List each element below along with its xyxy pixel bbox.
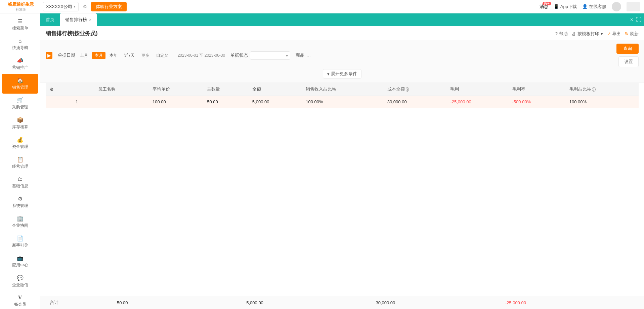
company-selector[interactable]: XXXXXX公司 ▾	[43, 2, 79, 11]
sidebar-item-collab[interactable]: 🏢 企业协同	[0, 212, 40, 232]
status-select[interactable]	[250, 51, 290, 60]
col-amount: 全额	[248, 83, 302, 96]
print-label: 按模板打印	[577, 31, 599, 37]
sidebar-item-sales[interactable]: 🏠 销售管理	[2, 74, 38, 94]
table-settings-icon[interactable]: ⚙	[50, 87, 54, 92]
filter-right-buttons: 查询 设置	[616, 44, 639, 67]
sidebar-label-quicknav: 快捷导航	[12, 45, 28, 51]
expand-row: ▾ 展开更多条件	[46, 67, 639, 79]
date-tab-last-month[interactable]: 上月	[77, 52, 91, 59]
message-icon[interactable]: 消息 99+	[540, 4, 548, 10]
sidebar-item-finance[interactable]: 💰 资金管理	[0, 133, 40, 153]
row-avg-price: 100.00	[148, 96, 203, 108]
sidebar-item-inventory[interactable]: 📦 库存核算	[0, 113, 40, 133]
profit-pct-info-icon[interactable]: ↕	[592, 87, 596, 92]
guide-icon: 📄	[17, 235, 24, 242]
date-tab-this-month[interactable]: 本月	[92, 52, 105, 59]
finance-icon: 💰	[17, 137, 24, 143]
row-profit-pct: 100.00%	[565, 96, 639, 108]
row-cost: 30,000.00	[383, 96, 446, 108]
page-container: 销售排行榜(按业务员) ? 帮助 🖨 按模板打印 ▾ ↗ 导出	[40, 26, 644, 309]
col-profit-rate: 毛利率	[508, 83, 565, 96]
date-range-display: 2023-06-01 至 2023-06-30	[178, 53, 225, 58]
filter-row-1: ▶ 单据日期 上月 本月 本年 近7天 更多 自定义 2023-06	[46, 44, 639, 67]
online-service-icon: 👤	[582, 4, 588, 9]
col-avg-price: 平均单价	[148, 83, 203, 96]
sidebar-item-search[interactable]: ☰ 搜索菜单	[0, 15, 40, 35]
col-sales-pct: 销售收入占比%	[302, 83, 383, 96]
refresh-btn[interactable]: ↻ 刷新	[625, 31, 639, 37]
footer-profit: -25,000.00	[505, 300, 635, 305]
sidebar-label-sales: 销售管理	[12, 85, 28, 90]
sidebar-item-system[interactable]: ⚙ 系统管理	[0, 192, 40, 212]
goods-more-icon[interactable]: …	[306, 53, 311, 58]
expand-btn-label: 展开更多条件	[331, 71, 357, 77]
top-bar-right: 消息 99+ 📱 App下载 👤 在线客服	[540, 2, 640, 11]
trial-button[interactable]: 体验行业方案	[91, 2, 127, 11]
app-download-icon: 📱	[554, 4, 559, 9]
date-tab-7days[interactable]: 近7天	[122, 52, 137, 59]
goods-filter: 商品 …	[296, 52, 311, 58]
sidebar-item-operations[interactable]: 📋 经营管理	[0, 153, 40, 173]
online-service-btn[interactable]: 👤 在线客服	[582, 4, 606, 10]
sidebar-item-guide[interactable]: 📄 新手引导	[0, 232, 40, 252]
row-profit-rate: -500.00%	[508, 96, 565, 108]
tab-active-label: 销售排行榜	[65, 17, 87, 23]
tab-home[interactable]: 首页	[40, 13, 60, 26]
sidebar-label-operations: 经营管理	[12, 164, 28, 169]
footer-amount: 5,000.00	[246, 300, 376, 305]
tab-close-icon[interactable]: ×	[89, 17, 91, 22]
print-icon: 🖨	[572, 31, 576, 36]
tab-sales-ranking[interactable]: 销售排行榜 ×	[60, 13, 97, 26]
settings-icon[interactable]: ⚙	[83, 4, 87, 10]
row-quantity: 50.00	[203, 96, 248, 108]
sidebar-label-purchase: 采购管理	[12, 104, 28, 110]
help-btn[interactable]: ? 帮助	[555, 31, 568, 37]
sidebar-label-guide: 新手引导	[12, 243, 28, 248]
sidebar-item-appcenter[interactable]: 📺 应用中心	[0, 252, 40, 271]
tab-home-label: 首页	[46, 17, 54, 23]
refresh-label: 刷新	[630, 31, 639, 37]
query-button[interactable]: 查询	[616, 44, 639, 54]
footer-cost: 30,000.00	[376, 300, 505, 305]
footer-label: 合计	[50, 300, 117, 306]
tab-fullscreen-btn[interactable]: ⛶	[636, 17, 641, 23]
goods-label: 商品	[296, 52, 304, 58]
sidebar-label-inventory: 库存核算	[12, 124, 28, 130]
date-tab-custom[interactable]: 自定义	[154, 52, 171, 59]
col-rank	[72, 83, 94, 96]
sidebar-item-marketing[interactable]: 📣 营销推广	[0, 54, 40, 74]
print-chevron-icon: ▾	[601, 31, 603, 36]
page-header: 销售排行榜(按业务员) ? 帮助 🖨 按模板打印 ▾ ↗ 导出	[40, 26, 644, 40]
row-sales-pct: 100.00%	[302, 96, 383, 108]
cost-info-icon[interactable]: i	[406, 87, 409, 92]
date-tab-more[interactable]: 更多	[139, 52, 152, 59]
sidebar-item-quicknav[interactable]: ⌂ 快捷导航	[0, 35, 40, 54]
app-logo-text: 畅康通好生意	[8, 1, 34, 7]
user-avatar[interactable]	[612, 2, 621, 11]
expand-more-btn[interactable]: ▾ 展开更多条件	[323, 69, 361, 79]
sidebar-label-basicinfo: 基础信息	[12, 183, 28, 189]
row-profit: -25,000.00	[446, 96, 508, 108]
date-tab-this-year[interactable]: 本年	[107, 52, 120, 59]
print-btn[interactable]: 🖨 按模板打印 ▾	[572, 31, 603, 37]
content-area: 首页 销售排行榜 × × ⛶ 销售排行榜(按业务员) ? 帮助	[40, 13, 644, 309]
tab-bar-actions: × ⛶	[630, 17, 644, 23]
table-footer: 合计 50.00 5,000.00 30,000.00 -25,000.00	[40, 296, 644, 309]
row-amount: 5,000.00	[248, 96, 302, 108]
sidebar-item-purchase[interactable]: 🛒 采购管理	[0, 94, 40, 113]
tab-close-window-btn[interactable]: ×	[630, 17, 633, 23]
sidebar-item-member[interactable]: V 畅会员	[0, 291, 40, 309]
sidebar-item-enterprise-wechat[interactable]: 💬 企业微信	[0, 271, 40, 291]
row-settings-col	[46, 96, 72, 108]
sidebar-item-basicinfo[interactable]: 🗂 基础信息	[0, 173, 40, 192]
export-btn[interactable]: ↗ 导出	[607, 31, 621, 37]
member-icon: V	[18, 295, 22, 301]
system-icon: ⚙	[18, 196, 23, 202]
filter-toggle-arrow[interactable]: ▶	[46, 52, 52, 59]
app-download-btn[interactable]: 📱 App下载	[554, 4, 577, 10]
filter-settings-btn[interactable]: 设置	[618, 56, 639, 67]
purchase-icon: 🛒	[17, 97, 24, 103]
sidebar-label-search: 搜索菜单	[12, 25, 28, 31]
sidebar-label-member: 畅会员	[14, 302, 26, 307]
